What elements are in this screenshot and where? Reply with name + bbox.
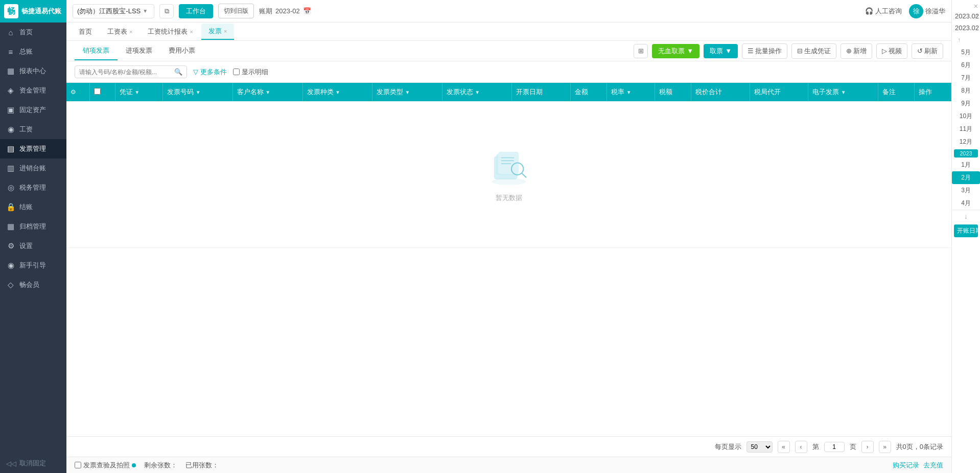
new-button[interactable]: ⊕ 新增 xyxy=(841,43,872,59)
month-7[interactable]: 7月 xyxy=(952,72,980,84)
select-all-checkbox[interactable] xyxy=(94,88,101,95)
grid-settings-icon[interactable]: ⊞ xyxy=(634,44,648,58)
col-invoice-category[interactable]: 发票类型 ▼ xyxy=(372,83,442,101)
no-deduction-button[interactable]: 无血取票 ▼ xyxy=(652,44,699,58)
sidebar-item-payroll[interactable]: ◉ 工资 xyxy=(0,120,66,139)
col-voucher[interactable]: 凭证 ▼ xyxy=(115,83,162,101)
month-1[interactable]: 1月 xyxy=(952,159,980,171)
col-remark[interactable]: 备注 xyxy=(878,83,915,101)
col-tax-rate[interactable]: 税率 ▼ xyxy=(607,83,655,101)
month-6[interactable]: 6月 xyxy=(952,59,980,72)
batch-ops-button[interactable]: ☰ 批量操作 xyxy=(742,43,787,59)
col-date[interactable]: 开票日期 xyxy=(512,83,571,101)
tab-invoice[interactable]: 发票 × xyxy=(201,24,234,40)
month-8[interactable]: 8月 xyxy=(952,84,980,97)
col-customer[interactable]: 客户名称 ▼ xyxy=(233,83,303,101)
month-5[interactable]: 5月 xyxy=(952,46,980,59)
col-settings[interactable]: ⚙ xyxy=(66,83,90,101)
refresh-button[interactable]: ↺ 刷新 xyxy=(912,43,943,59)
col-label: 发票号码 xyxy=(167,88,194,96)
scroll-down-button[interactable]: ↓ xyxy=(952,210,980,222)
sidebar-item-member[interactable]: ◇ 畅会员 xyxy=(0,275,66,295)
sidebar-item-tax[interactable]: ◎ 税务管理 xyxy=(0,178,66,197)
copy-button[interactable]: ⧉ xyxy=(159,4,174,18)
switch-version-button[interactable]: 切到旧版 xyxy=(218,4,254,18)
sidebar-item-label: 资金管理 xyxy=(19,86,46,95)
subtab-expense-receipts[interactable]: 费用小票 xyxy=(160,42,203,60)
first-page-button[interactable]: « xyxy=(778,441,790,453)
subtab-label: 费用小票 xyxy=(169,47,195,54)
user-profile[interactable]: 徐 徐溢华 xyxy=(909,4,945,18)
invoice-check-checkbox[interactable] xyxy=(75,462,81,468)
month-9[interactable]: 9月 xyxy=(952,97,980,110)
month-4[interactable]: 4月 xyxy=(952,197,980,210)
col-amount[interactable]: 金额 xyxy=(571,83,607,101)
search-input[interactable] xyxy=(79,69,171,76)
sidebar-item-funds[interactable]: ◈ 资金管理 xyxy=(0,81,66,100)
purchase-record-link[interactable]: 购买记录 xyxy=(893,461,919,470)
support-link[interactable]: 🎧 人工咨询 xyxy=(865,7,902,16)
company-name: (勿动）江西股宝-LSS xyxy=(77,7,141,16)
sidebar-unpin[interactable]: ◁◁ 取消固定 xyxy=(0,454,66,473)
video-button[interactable]: ▷ 视频 xyxy=(876,43,907,59)
empty-text: 暂无数据 xyxy=(496,193,522,202)
tab-payroll[interactable]: 工资表 × xyxy=(100,24,139,39)
close-icon[interactable]: × xyxy=(129,29,132,35)
sidebar-item-invoices[interactable]: ▤ 发票管理 xyxy=(0,139,66,159)
open-period-button[interactable]: 开账日期 xyxy=(954,224,978,237)
page-input[interactable] xyxy=(824,442,845,452)
col-tax-amount[interactable]: 税额 xyxy=(655,83,691,101)
month-11[interactable]: 11月 xyxy=(952,123,980,136)
video-label: 视频 xyxy=(889,47,902,56)
sidebar-item-sales[interactable]: ▥ 进销台账 xyxy=(0,159,66,178)
company-selector[interactable]: (勿动）江西股宝-LSS ▼ xyxy=(73,4,154,18)
month-12[interactable]: 12月 xyxy=(952,136,980,148)
more-conditions-button[interactable]: ▽ 更多条件 xyxy=(193,67,227,77)
nav-up-button[interactable]: ↑ xyxy=(954,35,964,45)
sidebar-item-assets[interactable]: ▣ 固定资产 xyxy=(0,100,66,120)
last-page-button[interactable]: » xyxy=(879,441,891,453)
close-icon[interactable]: × xyxy=(190,29,193,35)
show-detail-checkbox[interactable]: 显示明细 xyxy=(233,67,268,77)
col-invoice-no[interactable]: 发票号码 ▼ xyxy=(163,83,233,101)
next-page-button[interactable]: › xyxy=(861,441,874,453)
page-size-select[interactable]: 50 100 200 xyxy=(746,441,773,453)
main-content: (勿动）江西股宝-LSS ▼ ⧉ 工作台 切到旧版 账期 2023-02 📅 🎧… xyxy=(66,0,951,473)
month-3[interactable]: 3月 xyxy=(952,184,980,197)
prev-page-button[interactable]: ‹ xyxy=(795,441,807,453)
period-item-1[interactable]: 2023.02 xyxy=(952,22,980,34)
tab-payroll-report[interactable]: 工资统计报表 × xyxy=(141,24,200,39)
sidebar-item-label: 进销台账 xyxy=(19,164,46,173)
panel-expand-button[interactable]: ⊿ xyxy=(973,12,978,19)
detail-checkbox-input[interactable] xyxy=(233,69,240,75)
search-box[interactable]: 🔍 xyxy=(75,65,187,78)
sidebar-item-reports[interactable]: ▦ 报表中心 xyxy=(0,61,66,81)
sidebar-item-close[interactable]: 🔒 结账 xyxy=(0,197,66,217)
subtab-sales-invoice[interactable]: 销项发票 xyxy=(75,42,118,60)
month-10[interactable]: 10月 xyxy=(952,110,980,123)
col-total[interactable]: 税价合计 xyxy=(691,83,750,101)
sidebar-item-home[interactable]: ⌂ 首页 xyxy=(0,22,66,42)
sidebar-item-guide[interactable]: ◉ 新手引导 xyxy=(0,256,66,275)
sidebar-item-archive[interactable]: ▦ 归档管理 xyxy=(0,217,66,236)
get-invoice-button[interactable]: 取票 ▼ xyxy=(704,44,738,58)
close-account-icon: 🔒 xyxy=(6,202,15,212)
recharge-link[interactable]: 去充值 xyxy=(923,461,943,470)
col-tax-bureau[interactable]: 税局代开 xyxy=(750,83,808,101)
more-conditions-label: 更多条件 xyxy=(200,67,227,77)
col-invoice-type[interactable]: 发票种类 ▼ xyxy=(302,83,372,101)
tab-home[interactable]: 首页 xyxy=(72,24,99,39)
close-icon[interactable]: × xyxy=(224,28,227,34)
subtab-purchase-invoice[interactable]: 进项发票 xyxy=(118,42,160,60)
workspace-button[interactable]: 工作台 xyxy=(179,4,213,18)
sidebar-item-ledger[interactable]: ≡ 总账 xyxy=(0,42,66,61)
col-checkbox[interactable] xyxy=(90,83,115,101)
panel-close-button[interactable]: × xyxy=(974,2,978,10)
month-2-active[interactable]: 2月 xyxy=(952,171,980,184)
sidebar-item-settings[interactable]: ⚙ 设置 xyxy=(0,236,66,256)
col-electronic[interactable]: 电子发票 ▼ xyxy=(808,83,878,101)
sidebar: 畅 畅捷通易代账 ⌂ 首页 ≡ 总账 ▦ 报表中心 ◈ 资金管理 ▣ 固定资产 … xyxy=(0,0,66,473)
col-status[interactable]: 发票状态 ▼ xyxy=(442,83,512,101)
generate-voucher-button[interactable]: ⊟ 生成凭证 xyxy=(791,43,836,59)
col-action[interactable]: 操作 xyxy=(915,83,951,101)
